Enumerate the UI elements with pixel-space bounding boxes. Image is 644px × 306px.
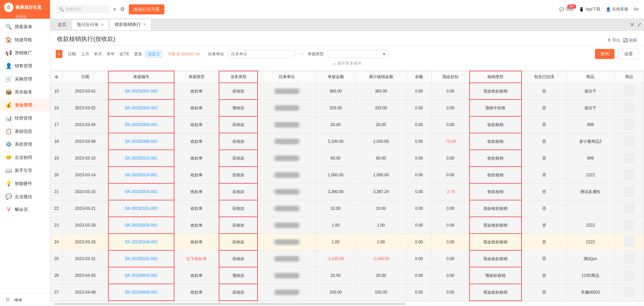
sidebar-item-wechat[interactable]: 💬 企业微信	[0, 190, 50, 203]
td-balance: 0.00	[407, 133, 431, 150]
voucher-type-select[interactable]: ▾	[328, 50, 388, 58]
th-include-settled[interactable]: 包含已结清	[522, 71, 567, 83]
td-voucher-no: SK-20230315-002	[108, 183, 174, 200]
voucher-no-link[interactable]: SK-20230304-001	[125, 122, 157, 127]
sidebar-item-label: 基础信息	[15, 128, 32, 134]
scrollbar-thumb[interactable]	[54, 303, 406, 305]
more-filters-dots[interactable]: ···	[299, 51, 304, 57]
voucher-no-link[interactable]: SK-20230315-002	[125, 189, 157, 194]
voucher-no-link[interactable]: SK-20230328-001	[125, 223, 157, 228]
td-gear: 21	[51, 183, 63, 200]
voucher-no-link[interactable]: SK-20230408-001	[125, 290, 157, 295]
voucher-no-link[interactable]: SK-20230328-002	[125, 240, 157, 244]
th-partner[interactable]: 往来单位	[258, 71, 316, 83]
sidebar-item-guide[interactable]: 📖 新手引导	[0, 164, 50, 177]
th-gear[interactable]: ⚙	[51, 71, 63, 83]
settings-bottom-icon[interactable]: ⚙	[5, 296, 10, 303]
date-last-month-btn[interactable]: 上月	[80, 51, 91, 58]
sidebar-item-operation[interactable]: 📊 经营管理	[0, 112, 50, 125]
tab-prepay-close-icon[interactable]: ✕	[101, 22, 104, 27]
sidebar-item-search[interactable]: 🔍 搜索菜单	[0, 20, 50, 33]
query-button[interactable]: 查询	[595, 49, 614, 59]
tabs-actions: ✕ ⤢	[630, 21, 641, 28]
tab-expand-btn[interactable]: ⤢	[637, 21, 641, 28]
blurred-partner: ████████	[273, 239, 301, 245]
user-profile[interactable]: Rit	[634, 7, 639, 12]
voucher-no-link[interactable]: SK-20230314-001	[125, 173, 157, 177]
th-balance[interactable]: 余额	[407, 71, 431, 83]
message-action[interactable]: 💬 消息 99+	[559, 6, 574, 12]
td-goods2	[614, 116, 644, 133]
sidebar-item-quicknav[interactable]: 🏠 快捷导航	[0, 33, 50, 46]
td-cash-discount: 0.00	[431, 250, 470, 267]
sidebar-item-member[interactable]: V 畅会员	[0, 203, 50, 216]
voucher-no-link[interactable]: SK-20230321-003	[125, 206, 157, 211]
app-download-action[interactable]: 📱 App下载	[579, 6, 600, 12]
date-this-month-btn[interactable]: 本月	[93, 51, 103, 58]
tab-receipt-close-icon[interactable]: ✕	[143, 22, 146, 27]
date-7days-btn[interactable]: 近7天	[118, 51, 131, 58]
th-voucher-type[interactable]: 单据类型	[174, 71, 219, 83]
sidebar-item-corp[interactable]: 🤝 企业协同	[0, 151, 50, 164]
topbar-gear-icon[interactable]: ⚙	[120, 6, 125, 12]
td-total-writeoff: 3,387.24	[355, 183, 407, 200]
sidebar-item-basic[interactable]: 📋 基础信息	[0, 125, 50, 138]
expand-more-conditions[interactable]: ∨ 展开更多条件	[56, 59, 639, 68]
search-icon-top: 🔍	[59, 7, 64, 12]
voucher-no-link[interactable]: SK-20230331-002	[125, 256, 157, 261]
industry-solution-button[interactable]: 体验行业方案	[129, 4, 164, 14]
date-more-btn[interactable]: 更多	[133, 51, 144, 58]
blurred-partner: ████████	[273, 223, 301, 228]
sidebar-item-purchase[interactable]: 🛒 采购管理	[0, 72, 50, 85]
sidebar-item-sales[interactable]: 👤 销售管理	[0, 59, 50, 72]
horizontal-scrollbar[interactable]	[50, 301, 644, 306]
tab-prepay[interactable]: 预付应付单 ✕	[72, 19, 109, 30]
tab-close-btn[interactable]: ✕	[630, 21, 634, 28]
date-custom-btn[interactable]: 自定义	[146, 51, 162, 58]
sidebar-item-inventory[interactable]: 📦 库存核算	[0, 85, 50, 99]
td-include-settled: 否	[522, 133, 567, 150]
td-voucher-no: SK-20230328-002	[108, 234, 174, 250]
th-biz-type[interactable]: 业务类型	[219, 71, 258, 83]
td-writeoff-type: 现金收款核销	[470, 234, 521, 250]
service-label: 在线客服	[612, 6, 628, 12]
voucher-no-link[interactable]: SK-20230308-001	[125, 139, 157, 144]
th-no[interactable]: 日期	[63, 71, 108, 83]
sidebar-item-finance[interactable]: 💰 资金管理	[0, 99, 50, 112]
th-goods[interactable]: 商品	[566, 71, 614, 83]
sidebar-item-marketing[interactable]: 📢 营销推广	[0, 46, 50, 59]
tab-home[interactable]: 首页	[53, 20, 71, 30]
voucher-no-link[interactable]: SK-20230301-002	[125, 89, 157, 94]
td-gear: 25	[51, 250, 63, 267]
blurred-partner: ████████	[273, 156, 301, 161]
th-writeoff-type[interactable]: 核销类型	[470, 71, 521, 83]
inventory-icon: 📦	[5, 89, 12, 95]
td-amount: 100.00	[316, 284, 356, 301]
online-service-action[interactable]: 👤 在线客服	[606, 6, 628, 12]
td-voucher-no: SK-20230321-003	[108, 200, 174, 217]
topbar-search[interactable]: 🔍 搜索内容	[56, 5, 109, 13]
sidebar-item-system[interactable]: ⚙️ 系统管理	[0, 138, 50, 151]
search-placeholder: 搜索内容	[65, 6, 82, 12]
th-goods2[interactable]: 商品	[614, 71, 644, 83]
sidebar-item-hardware[interactable]: 💡 智能硬件	[0, 177, 50, 190]
collapse-icon[interactable]: ◀◀	[13, 296, 21, 303]
refresh-button[interactable]: 🔄 刷新	[623, 38, 637, 43]
th-amount[interactable]: 单据金额	[316, 71, 356, 83]
th-total-writeoff[interactable]: 累计核销金额	[355, 71, 407, 83]
th-voucher-no[interactable]: 单据编号	[108, 71, 174, 83]
sidebar-item-label: 库存核算	[15, 89, 32, 95]
th-cash-discount[interactable]: 现金折扣	[431, 71, 470, 83]
export-button[interactable]: ⬆ 导出	[607, 38, 620, 43]
tab-receipt[interactable]: 收款核销执行 ✕	[110, 19, 151, 30]
voucher-no-link[interactable]: SK-20230302-002	[125, 106, 157, 110]
voucher-no-link[interactable]: SK-20230310-001	[125, 156, 157, 161]
date-this-year-btn[interactable]: 本年	[105, 51, 116, 58]
partner-filter-input[interactable]	[228, 50, 295, 58]
filter-expand-button[interactable]: »	[56, 50, 62, 58]
settings-button[interactable]: 设置	[619, 49, 639, 59]
voucher-no-link[interactable]: SK-20230403-002	[125, 273, 157, 278]
td-partner: ████████	[258, 284, 316, 301]
dropdown-arrow-icon[interactable]: ▾	[113, 6, 116, 12]
expand-more-icon: ∨	[333, 61, 336, 66]
